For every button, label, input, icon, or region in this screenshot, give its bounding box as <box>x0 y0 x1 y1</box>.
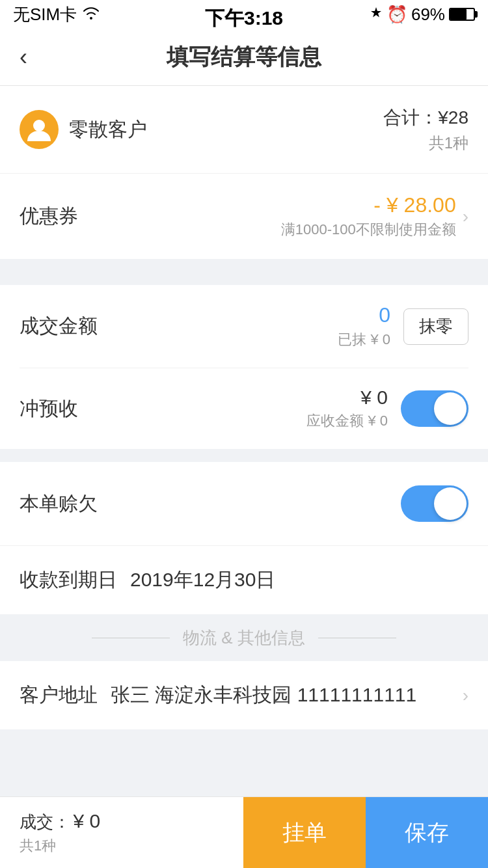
bottom-deal-value: ¥ 0 <box>73 810 100 832</box>
round-zero-button[interactable]: 抹零 <box>403 308 468 345</box>
address-label: 客户地址 <box>20 682 98 709</box>
address-chevron-icon: › <box>463 685 468 706</box>
prepay-label: 冲预收 <box>20 396 78 422</box>
bottom-deal-label: 成交： <box>20 812 70 832</box>
customer-name: 零散客户 <box>69 116 147 143</box>
credit-section: 本单赊欠 <box>0 462 488 545</box>
prepay-toggle[interactable] <box>401 390 468 427</box>
bottom-bar: 成交： ¥ 0 共1种 挂单 保存 <box>0 796 488 868</box>
address-value: 张三 海淀永丰科技园 11111111111 <box>111 682 463 709</box>
battery-fill <box>450 9 467 20</box>
prepay-value: ¥ 0 <box>306 387 388 409</box>
logistics-divider: 物流 & 其他信息 <box>0 614 488 661</box>
address-row[interactable]: 客户地址 张三 海淀永丰科技园 11111111111 › <box>0 661 488 729</box>
separator-2 <box>0 449 488 462</box>
customer-right: 合计：¥28 共1种 <box>383 105 468 154</box>
coupon-label: 优惠券 <box>20 203 78 230</box>
customer-count: 共1种 <box>383 133 468 154</box>
avatar <box>20 110 59 149</box>
battery-icon <box>449 8 475 21</box>
address-section: 客户地址 张三 海淀永丰科技园 11111111111 › <box>0 661 488 729</box>
prepay-right: ¥ 0 应收金额 ¥ 0 <box>306 387 468 431</box>
deal-sub: 已抹 ¥ 0 <box>338 330 390 349</box>
status-bar: 无SIM卡 下午3:18 ⏰ 69% <box>0 0 488 29</box>
due-date-value: 2019年12月30日 <box>130 567 275 593</box>
deal-section: 成交金额 0 已抹 ¥ 0 抹零 冲预收 ¥ 0 应收金额 ¥ 0 <box>0 285 488 449</box>
credit-row: 本单赊欠 <box>20 462 468 545</box>
back-button[interactable]: ‹ <box>20 44 27 71</box>
bottom-info: 成交： ¥ 0 共1种 <box>0 810 243 856</box>
logistics-text: 物流 & 其他信息 <box>92 627 396 649</box>
deal-amount-label: 成交金额 <box>20 313 98 340</box>
separator-1 <box>0 272 488 285</box>
prepay-value-wrap: ¥ 0 应收金额 ¥ 0 <box>306 387 388 431</box>
status-time: 下午3:18 <box>205 5 283 32</box>
coupon-row[interactable]: 优惠券 - ¥ 28.00 满1000-100不限制使用金额 › <box>0 173 488 259</box>
gps-icon <box>370 5 383 25</box>
due-date-label: 收款到期日 <box>20 567 117 593</box>
wifi-icon <box>82 5 100 25</box>
prepay-sub: 应收金额 ¥ 0 <box>306 411 388 431</box>
customer-row: 零散客户 合计：¥28 共1种 <box>0 86 488 173</box>
coupon-right: - ¥ 28.00 满1000-100不限制使用金额 › <box>281 193 468 239</box>
customer-left: 零散客户 <box>20 110 147 149</box>
credit-label: 本单赊欠 <box>20 491 98 517</box>
coupon-chevron-icon: › <box>463 206 468 227</box>
prepay-row: 冲预收 ¥ 0 应收金额 ¥ 0 <box>20 368 468 449</box>
bottom-count: 共1种 <box>20 836 224 856</box>
nav-bar: ‹ 填写结算等信息 <box>0 29 488 86</box>
carrier-label: 无SIM卡 <box>13 3 77 26</box>
alarm-icon: ⏰ <box>386 5 407 25</box>
deal-value-wrap: 0 已抹 ¥ 0 <box>338 303 390 349</box>
status-left: 无SIM卡 <box>13 3 100 26</box>
coupon-discount: - ¥ 28.00 <box>281 193 456 217</box>
deal-right: 0 已抹 ¥ 0 抹零 <box>338 303 468 349</box>
status-right: ⏰ 69% <box>370 5 475 25</box>
customer-total: 合计：¥28 <box>383 105 468 130</box>
battery-percent: 69% <box>411 5 445 25</box>
deal-value: 0 <box>338 303 390 327</box>
coupon-desc: 满1000-100不限制使用金额 <box>281 220 456 239</box>
credit-toggle[interactable] <box>401 485 468 522</box>
customer-section: 零散客户 合计：¥28 共1种 优惠券 - ¥ 28.00 满1000-100不… <box>0 86 488 259</box>
suspend-button[interactable]: 挂单 <box>243 797 366 869</box>
page-title: 填写结算等信息 <box>167 42 321 72</box>
credit-toggle-knob <box>434 487 467 520</box>
toggle-knob <box>434 392 467 425</box>
svg-point-0 <box>33 120 45 131</box>
save-button[interactable]: 保存 <box>366 797 488 869</box>
bottom-deal-row: 成交： ¥ 0 <box>20 810 224 834</box>
deal-amount-row: 成交金额 0 已抹 ¥ 0 抹零 <box>20 285 468 368</box>
due-date-row[interactable]: 收款到期日 2019年12月30日 <box>0 545 488 614</box>
coupon-info: - ¥ 28.00 满1000-100不限制使用金额 <box>281 193 456 239</box>
